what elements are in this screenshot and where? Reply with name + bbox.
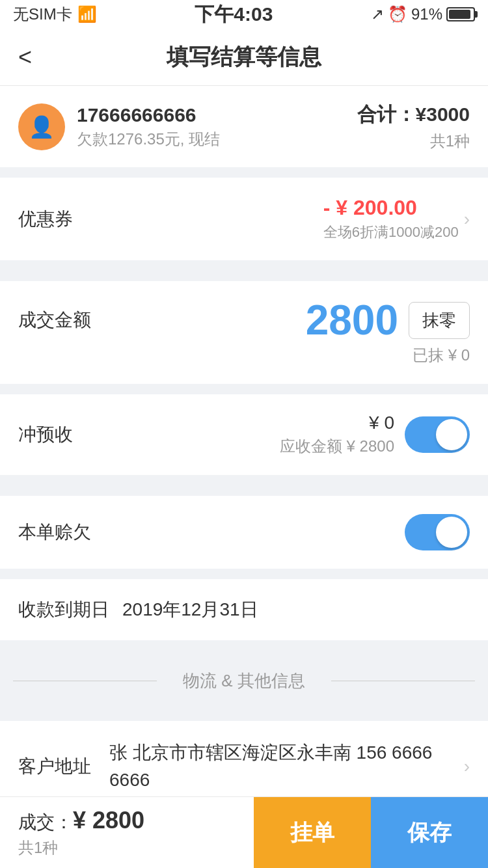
battery-fill [449, 10, 470, 19]
prepaid-row: 冲预收 ¥ 0 应收金额 ¥ 2800 [18, 413, 470, 457]
bottom-summary: 成交：¥ 2800 共1种 [0, 807, 254, 858]
prepaid-right: ¥ 0 应收金额 ¥ 2800 [280, 413, 470, 457]
coupon-section[interactable]: 优惠券 - ¥ 200.00 全场6折满1000减200 › [0, 178, 488, 260]
back-button[interactable]: < [18, 44, 32, 71]
battery-icon [446, 7, 475, 21]
customer-total: 合计：¥3000 共1种 [357, 102, 470, 152]
divider-2 [0, 485, 488, 496]
avatar-icon: 👤 [29, 115, 55, 139]
prepaid-amount: ¥ 0 [280, 413, 394, 433]
debt-toggle[interactable] [405, 514, 470, 550]
wifi-icon: 📶 [77, 5, 97, 23]
status-time: 下午4:03 [195, 1, 273, 28]
divider-1 [0, 271, 488, 281]
debt-section: 本单赊欠 [0, 496, 488, 569]
alarm-icon: ⏰ [388, 5, 407, 23]
deal-amount-label: 成交金额 [18, 308, 91, 332]
debt-toggle-knob [436, 517, 467, 548]
divider-line-left [13, 681, 157, 681]
total-amount: 合计：¥3000 [357, 102, 470, 128]
customer-details: 17666666666 欠款1276.35元, 现结 [77, 104, 220, 150]
customer-left: 👤 17666666666 欠款1276.35元, 现结 [18, 103, 220, 150]
divider-4 [0, 711, 488, 721]
pending-button[interactable]: 挂单 [254, 797, 371, 869]
deal-right: 2800 抹零 [306, 299, 470, 341]
toggle-knob [436, 419, 467, 450]
page-title: 填写结算等信息 [167, 42, 321, 72]
main-content: 👤 17666666666 欠款1276.35元, 现结 合计：¥3000 共1… [0, 86, 488, 868]
duedate-label: 收款到期日 [18, 597, 109, 622]
bottom-summary-sub: 共1种 [18, 837, 236, 858]
deal-amount-section: 成交金额 2800 抹零 已抹 ¥ 0 [0, 281, 488, 384]
battery-label: 91% [411, 5, 442, 23]
divider-line-right [331, 681, 475, 681]
prepaid-label: 冲预收 [18, 422, 73, 447]
coupon-label: 优惠券 [18, 207, 73, 232]
bottom-bar: 成交：¥ 2800 共1种 挂单 保存 [0, 796, 488, 868]
customer-phone: 17666666666 [77, 104, 220, 126]
deal-amount-value: 2800 [306, 299, 398, 341]
customer-sub-info: 欠款1276.35元, 现结 [77, 129, 220, 150]
address-value: 张 北京市市辖区海淀区永丰南 156 6666 6666 [109, 739, 464, 794]
summary-amount: ¥ 2800 [73, 807, 144, 834]
status-right: ↗ ⏰ 91% [371, 5, 475, 23]
prepaid-toggle[interactable] [405, 416, 470, 453]
total-count: 共1种 [357, 131, 470, 152]
address-label: 客户地址 [18, 754, 91, 779]
coupon-discount: - ¥ 200.00 [323, 196, 417, 219]
logistics-label: 物流 & 其他信息 [183, 670, 305, 692]
prepaid-amount-col: ¥ 0 应收金额 ¥ 2800 [280, 413, 394, 457]
avatar: 👤 [18, 103, 65, 150]
location-icon: ↗ [371, 5, 384, 23]
duedate-section: 收款到期日 2019年12月31日 [0, 579, 488, 640]
logistics-divider: 物流 & 其他信息 [0, 661, 488, 700]
divider-3 [0, 651, 488, 661]
deal-row: 成交金额 2800 抹零 [18, 299, 470, 341]
status-left: 无SIM卡 📶 [13, 4, 97, 25]
status-bar: 无SIM卡 📶 下午4:03 ↗ ⏰ 91% [0, 0, 488, 29]
round-zero-button[interactable]: 抹零 [409, 302, 470, 339]
carrier-label: 无SIM卡 [13, 4, 72, 25]
chevron-right-icon: › [464, 209, 470, 230]
customer-info-section: 👤 17666666666 欠款1276.35元, 现结 合计：¥3000 共1… [0, 86, 488, 167]
save-button[interactable]: 保存 [371, 797, 488, 869]
debt-label: 本单赊欠 [18, 520, 91, 545]
deal-sub-info: 已抹 ¥ 0 [18, 345, 470, 366]
prepaid-sub-info: 应收金额 ¥ 2800 [280, 436, 394, 457]
coupon-description: 全场6折满1000减200 [323, 223, 459, 242]
nav-bar: < 填写结算等信息 [0, 29, 488, 86]
summary-label: 成交： [18, 812, 73, 832]
duedate-value: 2019年12月31日 [122, 597, 258, 622]
coupon-right: - ¥ 200.00 全场6折满1000减200 › [323, 196, 470, 242]
address-chevron-icon: › [464, 756, 470, 777]
prepaid-section: 冲预收 ¥ 0 应收金额 ¥ 2800 [0, 394, 488, 475]
bottom-summary-main: 成交：¥ 2800 [18, 807, 236, 835]
